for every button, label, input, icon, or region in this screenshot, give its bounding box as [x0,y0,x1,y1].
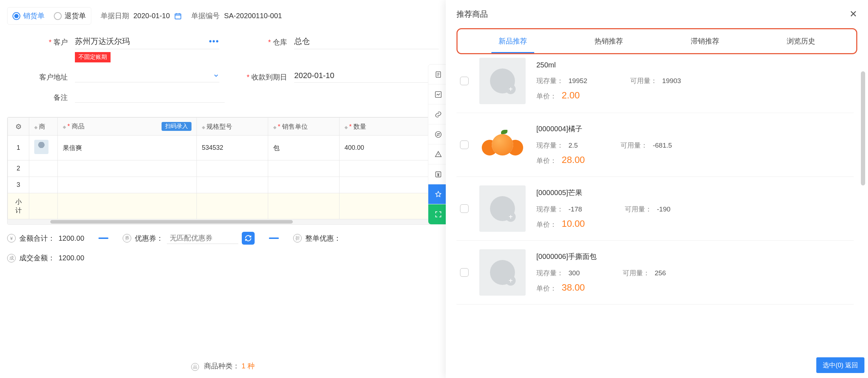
row-thumb [29,177,58,193]
coupon-icon: 券 [123,234,131,242]
row-qty[interactable] [339,160,438,177]
warehouse-input[interactable]: 总仓 [294,36,439,49]
row-product[interactable]: 果倍爽 [58,136,197,160]
item-checkbox[interactable] [460,141,469,149]
recommend-item[interactable]: [0000004]橘子现存量：2.5可用量：-681.5单价：28.00 [456,113,854,177]
selected-return-button[interactable]: 选中(0) 返回 [816,357,864,373]
stock-value: 2.5 [568,142,578,149]
doc-number: 单据编号 SA-20200110-001 [191,11,282,21]
warehouse-label: 仓库 [241,36,287,47]
remark-label: 备注 [21,91,68,102]
remark-input[interactable] [75,91,225,103]
customer-input[interactable]: 苏州万达沃尔玛 ••• [75,36,219,49]
vertical-scrollbar[interactable] [861,71,865,185]
coupon-input[interactable] [167,233,238,244]
due-label: 收款到期日 [241,71,287,82]
horizontal-scrollbar[interactable] [7,219,438,224]
row-index: 1 [8,136,29,160]
rail-swap-icon[interactable] [428,124,448,144]
account-period-badge: 不固定账期 [75,52,111,62]
item-checkbox[interactable] [460,268,469,277]
col-settings[interactable]: ⚙ [8,118,29,136]
table-row[interactable]: 2 [8,160,438,177]
order-type-tabs: 销货单 退货单 [7,7,91,25]
stock-value: 300 [568,269,580,277]
table-row[interactable]: 3 [8,177,438,193]
calendar-icon[interactable] [174,12,182,20]
deal-amount: 成 成交金额： 1200.00 [7,253,84,263]
placeholder-icon [490,260,515,285]
row-spec[interactable] [197,160,268,177]
recommend-list[interactable]: 250ml现存量：19952可用量：19903单价：2.00[0000004]橘… [446,58,868,378]
svg-rect-0 [175,14,181,19]
stock-label: 现存量： [536,205,563,213]
col-spec[interactable]: ◆规格型号 [197,118,268,136]
col-unit[interactable]: ◆* 销售单位 [268,118,339,136]
recommend-item[interactable]: 250ml现存量：19952可用量：19903单价：2.00 [456,58,854,113]
ellipsis-icon[interactable]: ••• [209,37,219,46]
row-spec[interactable]: 534532 [197,136,268,160]
item-info: 250ml现存量：19952可用量：19903单价：2.00 [536,61,850,101]
rail-warn-icon[interactable] [428,144,448,164]
scan-input-button[interactable]: 扫码录入 [162,122,192,131]
recommend-tab[interactable]: 浏览历史 [776,31,826,51]
recommend-tab[interactable]: 热销推荐 [584,31,634,51]
doc-date-value: 2020-01-10 [133,12,170,20]
item-name: [0000005]芒果 [536,188,850,198]
rail-chart-icon[interactable] [428,85,448,104]
item-checkbox[interactable] [460,77,469,85]
rail-currency-icon[interactable] [428,164,448,184]
due-date-input[interactable]: 2020-01-10 [294,71,439,83]
coupon-label: 优惠券： [135,234,163,243]
avail-value: -190 [657,205,670,213]
tab-label: 退货单 [65,11,86,21]
deal-label: 成交金额： [19,253,55,263]
col-thumb[interactable]: ◆商 [29,118,58,136]
deal-icon: 成 [7,254,16,262]
amount-value: 1200.00 [58,234,84,242]
kinds-icon: 品 [191,363,199,371]
rail-link-icon[interactable] [428,104,448,124]
row-unit[interactable] [268,160,339,177]
recommend-panel: 推荐商品 ✕ 新品推荐热销推荐滞销推荐浏览历史 250ml现存量：19952可用… [446,0,868,378]
tab-sales-order[interactable]: 销货单 [12,11,45,21]
row-qty[interactable] [339,177,438,193]
table-row[interactable]: 1果倍爽534532包400.00 [8,136,438,160]
recommend-item[interactable]: [0000006]手撕面包现存量：300可用量：256单价：38.00 [456,241,854,305]
item-checkbox[interactable] [460,204,469,213]
address-select[interactable] [75,71,219,82]
recommend-header: 推荐商品 ✕ [446,0,868,28]
row-unit[interactable] [268,177,339,193]
row-spec[interactable] [197,177,268,193]
col-product[interactable]: ◆* 商品扫码录入 [58,118,197,136]
avail-value: 256 [655,269,666,277]
close-icon[interactable]: ✕ [849,9,857,20]
tab-return-order[interactable]: 退货单 [54,11,86,21]
row-unit[interactable]: 包 [268,136,339,160]
subtotal-row: 小计 [8,193,438,219]
recommend-item[interactable]: [0000005]芒果现存量：-178可用量：-190单价：10.00 [456,177,854,241]
customer-label: 客户 [21,36,68,47]
doc-no-value: SA-20200110-001 [224,12,282,20]
deal-row: 成 成交金额： 1200.00 [7,253,439,263]
avail-label: 可用量： [625,205,652,213]
rail-star-icon[interactable] [428,184,448,204]
total-amount: ¥ 金额合计： 1200.00 [7,234,84,243]
col-qty[interactable]: ◆* 数量 [339,118,438,136]
orange-icon [492,134,513,155]
doc-date[interactable]: 单据日期 2020-01-10 [101,11,182,21]
avail-value: 19903 [662,77,681,85]
doc-date-label: 单据日期 [101,11,129,21]
row-product[interactable] [58,160,197,177]
row-product[interactable] [58,177,197,193]
rail-expand-icon[interactable] [428,204,448,224]
recommend-tabs: 新品推荐热销推荐滞销推荐浏览历史 [456,28,857,54]
row-qty[interactable]: 400.00 [339,136,438,160]
customer-value: 苏州万达沃尔玛 [75,36,130,47]
kinds-value: 1 [241,362,245,370]
recommend-tab[interactable]: 新品推荐 [488,31,538,51]
kinds-label: 商品种类： [204,362,240,370]
refresh-button[interactable] [242,232,255,245]
rail-note-icon[interactable] [428,65,448,85]
recommend-tab[interactable]: 滞销推荐 [680,31,730,51]
